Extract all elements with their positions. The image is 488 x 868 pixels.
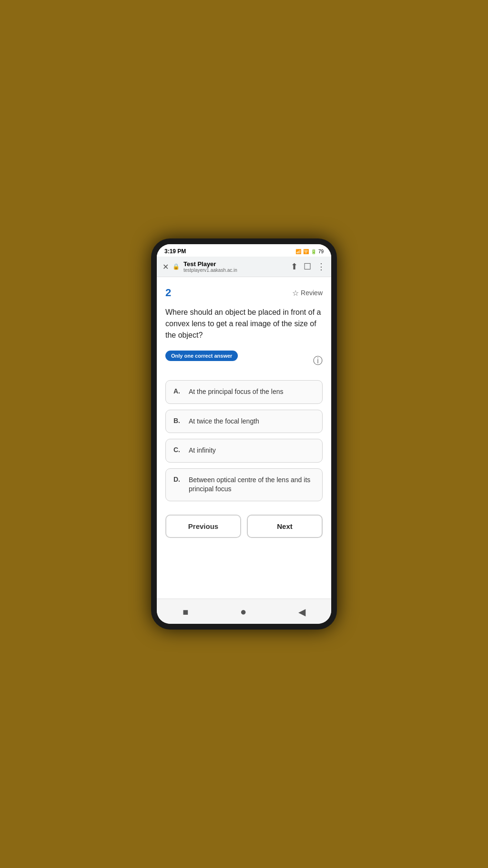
badge-info-row: Only one correct answer ⓘ (165, 351, 323, 371)
answer-type-badge: Only one correct answer (165, 351, 238, 361)
status-icons: 📶 🛜 🔋 79 (295, 249, 324, 254)
option-c-letter: C. (173, 446, 183, 454)
question-header: 2 ☆ Review (165, 287, 323, 299)
menu-icon[interactable]: ⋮ (317, 261, 325, 272)
status-bar: 3:19 PM 📶 🛜 🔋 79 (157, 244, 331, 257)
status-time: 3:19 PM (164, 248, 186, 255)
option-b[interactable]: B. At twice the focal length (165, 410, 323, 434)
recents-button[interactable]: ■ (177, 605, 194, 620)
site-url: testplayerv1.aakash.ac.in (183, 268, 287, 273)
bookmark-icon[interactable]: ☐ (304, 261, 311, 272)
site-title: Test Player (183, 260, 287, 268)
browser-bar: ✕ 🔒 Test Player testplayerv1.aakash.ac.i… (157, 257, 331, 277)
content-area: 2 ☆ Review Where should an object be pla… (157, 277, 331, 599)
question-text: Where should an object be placed in fron… (165, 307, 323, 341)
lock-icon: 🔒 (173, 263, 180, 270)
bottom-nav: ■ ● ◀ (157, 599, 331, 624)
option-a[interactable]: A. At the principal focus of the lens (165, 380, 323, 404)
browser-close-icon[interactable]: ✕ (163, 262, 169, 271)
question-number: 2 (165, 287, 171, 299)
back-button[interactable]: ◀ (293, 604, 311, 620)
option-c-text: At infinity (189, 446, 216, 455)
browser-actions: ⬆ ☐ ⋮ (291, 261, 325, 272)
option-d-text: Between optical centre of the lens and i… (189, 475, 315, 494)
review-button[interactable]: ☆ Review (292, 289, 323, 298)
star-icon: ☆ (292, 289, 299, 298)
option-d[interactable]: D. Between optical centre of the lens an… (165, 468, 323, 501)
phone-device: 3:19 PM 📶 🛜 🔋 79 ✕ 🔒 Test Player testpla… (151, 238, 337, 630)
option-d-letter: D. (173, 475, 183, 483)
wifi-icon: 🛜 (303, 249, 309, 254)
option-a-text: At the principal focus of the lens (189, 387, 283, 397)
next-button[interactable]: Next (247, 515, 323, 538)
home-button[interactable]: ● (234, 604, 252, 620)
option-b-letter: B. (173, 417, 183, 424)
browser-title-block: Test Player testplayerv1.aakash.ac.in (183, 260, 287, 273)
option-a-letter: A. (173, 387, 183, 395)
options-container: A. At the principal focus of the lens B.… (165, 380, 323, 501)
nav-buttons: Previous Next (165, 515, 323, 538)
info-icon[interactable]: ⓘ (313, 354, 323, 367)
phone-screen: 3:19 PM 📶 🛜 🔋 79 ✕ 🔒 Test Player testpla… (157, 244, 331, 624)
review-label: Review (301, 289, 323, 297)
battery-level: 79 (318, 249, 324, 254)
share-icon[interactable]: ⬆ (291, 261, 298, 272)
previous-button[interactable]: Previous (165, 515, 241, 538)
battery-icon: 🔋 (311, 249, 316, 254)
signal-icon: 📶 (295, 249, 301, 254)
option-c[interactable]: C. At infinity (165, 439, 323, 463)
option-b-text: At twice the focal length (189, 417, 259, 426)
